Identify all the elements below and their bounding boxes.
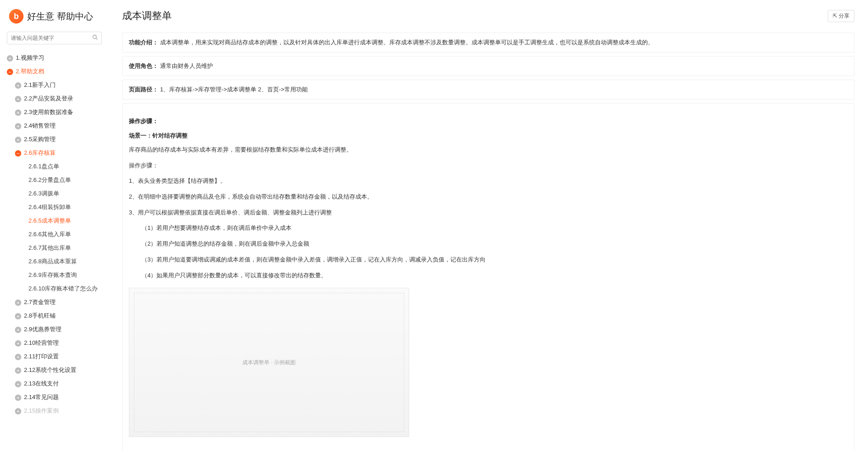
plus-icon: +: [15, 82, 21, 89]
nav-item-2-6-9[interactable]: 2.6.9库存账本查询: [7, 268, 108, 282]
brand-title: 好生意 帮助中心: [27, 10, 93, 23]
path-text: 1、库存核算->库存管理->成本调整单 2、首页->常用功能: [160, 86, 308, 93]
page-title: 成本调整单: [122, 9, 172, 23]
plus-icon: +: [15, 300, 21, 306]
search-input[interactable]: [7, 32, 102, 44]
nav-item-2-10[interactable]: +2.10经营管理: [7, 336, 108, 350]
nav-item-2-6-1[interactable]: 2.6.1盘点单: [7, 160, 108, 173]
nav-item-2-6-10[interactable]: 2.6.10库存账本错了怎么办: [7, 282, 108, 295]
step-3-3: （3）若用户知道要调增或调减的成本差值，则在调整金额中录入差值，调增录入正值，记…: [129, 254, 848, 266]
step-3: 3、用户可以根据调整依据直接在调后单价、调后金额、调整金额列上进行调整: [129, 207, 848, 219]
minus-icon: −: [7, 69, 13, 75]
nav-item-2-3[interactable]: +2.3使用前数据准备: [7, 105, 108, 119]
plus-icon: +: [15, 313, 21, 319]
nav-item-2-12[interactable]: +2.12系统个性化设置: [7, 363, 108, 377]
svg-line-1: [96, 38, 97, 39]
nav-item-2-7[interactable]: +2.7资金管理: [7, 295, 108, 309]
nav-item-2-2[interactable]: +2.2产品安装及登录: [7, 92, 108, 105]
step-3-1: （1）若用户想要调整结存成本，则在调后单价中录入成本: [129, 223, 848, 234]
path-label: 页面路径：: [129, 86, 158, 93]
plus-icon: +: [15, 354, 21, 360]
step-3-2: （2）若用户知道调整总的结存金额，则在调后金额中录入总金额: [129, 238, 848, 250]
plus-icon: +: [15, 137, 21, 143]
nav-item-2-6-3[interactable]: 2.6.3调拨单: [7, 187, 108, 200]
svg-point-0: [93, 35, 97, 39]
nav-item-2-6-7[interactable]: 2.6.7其他出库单: [7, 241, 108, 255]
nav-item-2-8[interactable]: +2.8手机旺铺: [7, 309, 108, 323]
example-screenshot: 成本调整单 · 示例截图: [129, 288, 409, 437]
step-2: 2、在明细中选择要调整的商品及仓库，系统会自动带出结存数量和结存金额，以及结存成…: [129, 191, 848, 203]
nav-item-2-14[interactable]: +2.14常见问题: [7, 390, 108, 404]
nav-item-1-video[interactable]: +1.视频学习: [7, 51, 108, 65]
nav-item-2-1[interactable]: +2.1新手入门: [7, 78, 108, 92]
plus-icon: +: [15, 408, 21, 414]
nav-item-2-6-8[interactable]: 2.6.8商品成本重算: [7, 255, 108, 268]
scenario-1-title: 场景一：针对结存调整: [129, 132, 848, 140]
role-box: 使用角色：通常由财务人员维护: [122, 56, 854, 76]
plus-icon: +: [15, 123, 21, 129]
plus-icon: +: [15, 109, 21, 116]
nav-item-2-6-2[interactable]: 2.6.2分量盘点单: [7, 173, 108, 187]
nav-item-2-15[interactable]: +2.15操作案例: [7, 404, 108, 418]
role-label: 使用角色：: [129, 62, 158, 69]
search: [7, 32, 102, 44]
plus-icon: +: [15, 381, 21, 387]
nav-item-2-6-6[interactable]: 2.6.6其他入库单: [7, 228, 108, 241]
brand-logo: b: [9, 9, 24, 24]
path-box: 页面路径：1、库存核算->库存管理->成本调整单 2、首页->常用功能: [122, 80, 854, 100]
nav-item-2-docs[interactable]: −2.帮助文档: [7, 65, 108, 78]
main-content: 成本调整单 ⇱ 分享 功能介绍：成本调整单，用来实现对商品结存成本的调整，以及针…: [108, 0, 868, 452]
screenshot-alt: 成本调整单 · 示例截图: [242, 359, 296, 366]
nav-item-2-6-4[interactable]: 2.6.4组装拆卸单: [7, 200, 108, 214]
steps-sub-label: 操作步骤：: [129, 160, 848, 171]
minus-icon: −: [15, 150, 21, 157]
nav-item-2-6-5[interactable]: 2.6.5成本调整单: [7, 214, 108, 228]
step-3-4: （4）如果用户只调整部分数量的成本，可以直接修改带出的结存数量。: [129, 270, 848, 281]
plus-icon: +: [15, 327, 21, 333]
steps-label: 操作步骤：: [129, 117, 848, 125]
nav-item-2-5[interactable]: +2.5采购管理: [7, 133, 108, 146]
share-button[interactable]: ⇱ 分享: [828, 10, 854, 22]
share-icon: ⇱: [833, 13, 837, 19]
nav-tree: +1.视频学习 −2.帮助文档 +2.1新手入门 +2.2产品安装及登录 +2.…: [7, 51, 108, 418]
role-text: 通常由财务人员维护: [160, 62, 213, 69]
search-icon[interactable]: [92, 34, 98, 42]
step-1: 1、表头业务类型选择【结存调整】。: [129, 176, 848, 187]
plus-icon: +: [15, 395, 21, 401]
plus-icon: +: [15, 96, 21, 102]
steps-box: 操作步骤： 场景一：针对结存调整 库存商品的结存成本与实际成本有差异，需要根据结…: [122, 103, 854, 451]
intro-label: 功能介绍：: [129, 39, 158, 46]
scenario-1-desc: 库存商品的结存成本与实际成本有差异，需要根据结存数量和实际单位成本进行调整。: [129, 144, 848, 156]
nav-item-2-11[interactable]: +2.11打印设置: [7, 350, 108, 363]
nav-item-2-9[interactable]: +2.9优惠券管理: [7, 323, 108, 336]
nav-item-2-4[interactable]: +2.4销售管理: [7, 119, 108, 133]
brand: b 好生意 帮助中心: [7, 9, 108, 24]
sidebar: b 好生意 帮助中心 +1.视频学习 −2.帮助文档 +2.1新手入门 +2.2…: [0, 0, 108, 452]
intro-text: 成本调整单，用来实现对商品结存成本的调整，以及针对具体的出入库单进行成本调整。库…: [160, 39, 654, 46]
intro-box: 功能介绍：成本调整单，用来实现对商品结存成本的调整，以及针对具体的出入库单进行成…: [122, 33, 854, 52]
plus-icon: +: [15, 340, 21, 347]
plus-icon: +: [15, 367, 21, 374]
nav-item-2-6[interactable]: −2.6库存核算: [7, 146, 108, 160]
nav-item-2-13[interactable]: +2.13在线支付: [7, 377, 108, 390]
plus-icon: +: [7, 55, 13, 62]
